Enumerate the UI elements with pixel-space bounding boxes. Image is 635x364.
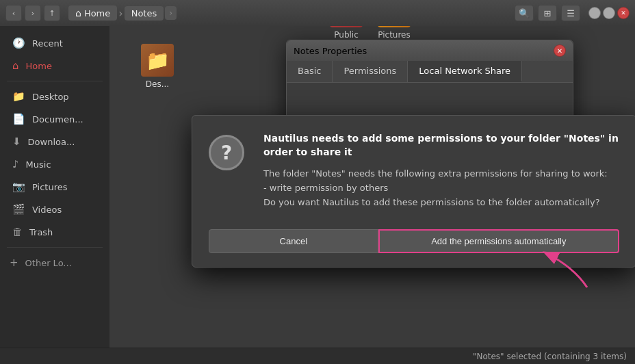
sidebar-item-music[interactable]: ♪ Music (3, 153, 107, 175)
titlebar: ‹ › ↑ ⌂ Home › Notes › 🔍 ⊞ ☰ ✕ (0, 0, 635, 26)
perm-dialog-body: ? Nautilus needs to add some permissions… (192, 116, 635, 221)
sidebar-label-other: Other Lo... (25, 258, 72, 268)
file-item-desktop[interactable]: 📁 Des... (123, 40, 192, 93)
music-icon: ♪ (12, 158, 19, 170)
notes-dialog-title: Notes Properties (294, 46, 367, 56)
sidebar-item-pictures[interactable]: 📷 Pictures (3, 176, 107, 198)
view-toggle-button[interactable]: ⊞ (538, 5, 557, 21)
sidebar-label-pictures: Pictures (32, 182, 67, 192)
sidebar-separator-1 (7, 81, 103, 81)
notes-dialog-titlebar: Notes Properties ✕ (287, 40, 573, 61)
back-button[interactable]: ‹ (5, 5, 22, 21)
breadcrumb-home[interactable]: ⌂ Home (68, 5, 117, 21)
question-mark-icon: ? (209, 135, 244, 170)
home-sidebar-icon: ⌂ (12, 60, 19, 72)
sidebar-item-desktop[interactable]: 📁 Desktop (3, 86, 107, 107)
forward-button[interactable]: › (25, 5, 41, 21)
desktop-folder-icon: 📁 (141, 44, 174, 77)
permission-dialog: ? Nautilus needs to add some permissions… (192, 115, 635, 268)
breadcrumb: ⌂ Home › Notes › (68, 5, 506, 21)
search-button[interactable]: 🔍 (515, 5, 534, 21)
sidebar-label-music: Music (26, 159, 51, 170)
sidebar-item-downloads[interactable]: ⬇ Downloa... (3, 131, 107, 153)
documents-icon: 📄 (12, 113, 25, 125)
sidebar-item-recent[interactable]: 🕐 Recent (3, 32, 107, 54)
sidebar-label-videos: Videos (32, 205, 62, 215)
status-bar: "Notes" selected (containing 3 items) (0, 348, 635, 364)
sidebar-add-other[interactable]: + Other Lo... (0, 252, 109, 274)
sidebar-label-desktop: Desktop (32, 92, 69, 102)
downloads-icon: ⬇ (12, 135, 21, 148)
minimize-button[interactable] (588, 7, 601, 19)
sidebar-separator-2 (7, 247, 103, 248)
notes-dialog-close[interactable]: ✕ (554, 44, 566, 57)
sidebar-label-trash: Trash (29, 227, 53, 237)
breadcrumb-notes-label: Notes (131, 8, 157, 18)
add-icon: + (10, 257, 18, 269)
sidebar-label-documents: Documen... (32, 114, 83, 125)
pictures-folder-label: Pictures (378, 30, 411, 40)
desktop-folder-label: Des... (146, 79, 169, 89)
sidebar-label-recent: Recent (32, 38, 63, 49)
public-folder-label: Public (334, 30, 359, 40)
titlebar-right: 🔍 ⊞ ☰ ✕ (515, 5, 630, 21)
sidebar-label-downloads: Downloa... (28, 137, 75, 147)
perm-dialog-actions: Cancel Add the permissions automatically (192, 221, 635, 267)
recent-icon: 🕐 (12, 37, 25, 49)
tab-basic[interactable]: Basic (287, 61, 333, 82)
sidebar-item-documents[interactable]: 📄 Documen... (3, 108, 107, 130)
close-button[interactable]: ✕ (617, 7, 630, 19)
menu-button[interactable]: ☰ (561, 5, 580, 21)
file-area: 📁 Des... 🖼 Pictures 👤 Public (109, 26, 635, 348)
public-folder-icon: 👤 (330, 26, 363, 27)
sidebar-item-videos[interactable]: 🎬 Videos (3, 198, 107, 220)
perm-dialog-body-text: The folder "Notes" needs the following e… (263, 167, 619, 209)
up-button[interactable]: ↑ (44, 5, 60, 21)
perm-text-area: Nautilus needs to add some permissions t… (263, 132, 619, 210)
perm-dialog-title: Nautilus needs to add some permissions t… (263, 132, 619, 159)
tab-local-network-share[interactable]: Local Network Share (408, 61, 522, 82)
breadcrumb-expand[interactable]: › (165, 6, 177, 20)
pictures-icon: 📷 (12, 181, 25, 193)
cancel-button[interactable]: Cancel (209, 229, 378, 253)
sidebar-item-home[interactable]: ⌂ Home (3, 55, 107, 77)
perm-icon-area: ? (209, 132, 250, 210)
add-permissions-button[interactable]: Add the permissions automatically (378, 229, 619, 253)
home-icon: ⌂ (75, 8, 81, 18)
desktop-icon: 📁 (12, 90, 25, 103)
breadcrumb-home-label: Home (84, 8, 110, 18)
breadcrumb-separator: › (118, 7, 122, 20)
window-controls: ✕ (588, 7, 630, 19)
main-window: ‹ › ↑ ⌂ Home › Notes › 🔍 ⊞ ☰ ✕ (0, 0, 635, 364)
sidebar-item-trash[interactable]: 🗑 Trash (3, 221, 107, 243)
sidebar: 🕐 Recent ⌂ Home 📁 Desktop 📄 Documen... ⬇… (0, 26, 109, 348)
trash-icon: 🗑 (12, 226, 23, 238)
breadcrumb-notes[interactable]: Notes (125, 6, 164, 21)
maximize-button[interactable] (603, 7, 615, 19)
tab-permissions[interactable]: Permissions (333, 61, 408, 82)
dialog-tabs: Basic Permissions Local Network Share (287, 61, 573, 83)
pictures-folder-icon: 🖼 (378, 26, 411, 27)
content-area: 🕐 Recent ⌂ Home 📁 Desktop 📄 Documen... ⬇… (0, 26, 635, 348)
videos-icon: 🎬 (12, 203, 25, 216)
sidebar-label-home: Home (26, 61, 52, 71)
status-text: "Notes" selected (containing 3 items) (473, 352, 627, 361)
